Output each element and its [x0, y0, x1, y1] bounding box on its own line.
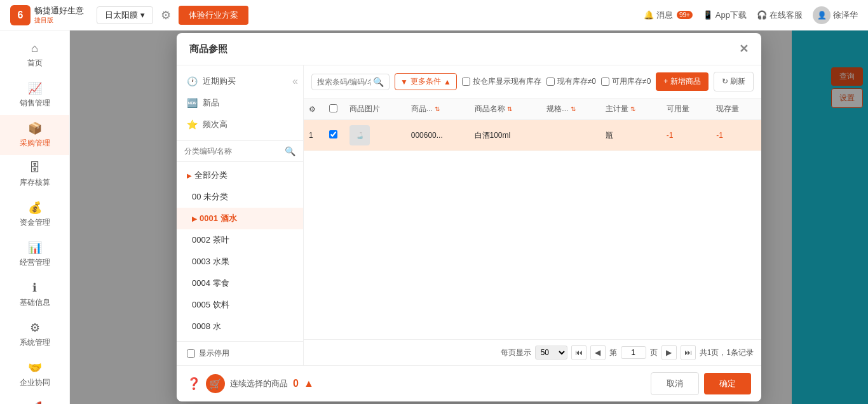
- row-num: 1: [304, 120, 324, 151]
- cat-item-water[interactable]: 0008 水: [177, 316, 303, 337]
- per-page-select[interactable]: 50 100 200: [535, 346, 567, 360]
- nav-dropdown[interactable]: 日太阳膜 ▾: [97, 6, 153, 24]
- inventory-icon: 🗄: [29, 161, 41, 175]
- sidebar-label-basic-info: 基础信息: [20, 297, 50, 308]
- left-tab-recent[interactable]: 🕐 近期购买 «: [177, 71, 303, 92]
- table-row[interactable]: 1 🍶 000600... 白酒100ml 瓶: [304, 120, 761, 151]
- sidebar-label-home: 首页: [27, 58, 43, 69]
- search-input[interactable]: [317, 77, 370, 86]
- cart-collapse-icon[interactable]: ▲: [304, 378, 314, 389]
- col-code[interactable]: 商品... ⇅: [406, 98, 470, 120]
- online-support-btn[interactable]: 🎧 在线客服: [757, 10, 803, 21]
- avatar: 👤: [813, 6, 831, 24]
- gear-icon[interactable]: ⚙: [161, 8, 171, 22]
- warehouse-checkbox[interactable]: [462, 77, 470, 86]
- cat-search-input[interactable]: [184, 147, 281, 156]
- cat-item-snack[interactable]: 0004 零食: [177, 273, 303, 294]
- cat-item-all[interactable]: ▶ 全部分类: [177, 165, 303, 186]
- cart-label: 连续选择的商品: [230, 378, 288, 389]
- cat-label-all: 全部分类: [194, 170, 227, 181]
- sidebar-item-inventory[interactable]: 🗄 库存核算: [0, 155, 69, 194]
- app-download-btn[interactable]: 📱 App下载: [703, 10, 747, 21]
- add-product-btn[interactable]: + 新增商品: [656, 72, 708, 91]
- sidebar-label-finance: 资金管理: [20, 217, 50, 228]
- col-available: 可用量: [661, 98, 712, 120]
- col-check: [324, 98, 344, 120]
- sidebar-item-finance[interactable]: 💰 资金管理: [0, 194, 69, 234]
- page-input[interactable]: [621, 346, 646, 359]
- collapse-icon[interactable]: «: [292, 76, 298, 87]
- pagination: 每页显示 50 100 200 ⏮ ◀ 第 页 ▶: [304, 339, 761, 365]
- cancel-btn[interactable]: 取消: [651, 372, 699, 395]
- content-area: 商品参照 ✕ 🕐 近期购买 « �: [70, 30, 868, 404]
- close-btn[interactable]: ✕: [739, 42, 749, 56]
- finance-icon: 💰: [28, 201, 42, 215]
- cat-search-icon[interactable]: 🔍: [285, 146, 295, 156]
- available-label: 可用库存≠0: [612, 76, 651, 87]
- per-page-label: 每页显示: [501, 347, 531, 358]
- row-checkbox[interactable]: [329, 130, 337, 138]
- search-icon[interactable]: 🔍: [373, 77, 384, 87]
- available-checkbox[interactable]: [601, 77, 609, 86]
- next-page-btn[interactable]: ▶: [661, 345, 677, 360]
- last-page-btn[interactable]: ⏭: [681, 345, 696, 360]
- logo-icon: 6: [10, 5, 31, 25]
- col-name[interactable]: 商品名称 ⇅: [470, 98, 542, 120]
- left-tab-frequent[interactable]: ⭐ 频次高: [177, 114, 303, 135]
- dialog-body: 🕐 近期购买 « 🆕 新品 ⭐ 频次高: [177, 65, 761, 365]
- cat-label-unclassified: 00 未分类: [192, 191, 228, 203]
- user-menu[interactable]: 👤 徐泽华: [813, 6, 858, 24]
- purchase-icon: 📦: [28, 121, 42, 135]
- checkbox-stock: 现有库存≠0: [546, 76, 596, 87]
- cat-item-beverage[interactable]: 0005 饮料: [177, 294, 303, 316]
- sidebar-item-basic-info[interactable]: ℹ 基础信息: [0, 274, 69, 314]
- row-available: -1: [661, 120, 712, 151]
- sidebar-item-purchase[interactable]: 📦 采购管理: [0, 115, 69, 155]
- sidebar-item-enterprise[interactable]: 🤝 企业协同: [0, 354, 69, 394]
- sidebar-item-sales[interactable]: 📈 销售管理: [0, 75, 69, 115]
- filter-btn[interactable]: ▼ 更多条件 ▲: [395, 73, 457, 90]
- dialog-header: 商品参照 ✕: [177, 33, 761, 65]
- confirm-btn[interactable]: 确定: [704, 373, 751, 394]
- main-layout: ⌂ 首页 📈 销售管理 📦 采购管理 🗄 库存核算 💰 资金管理 📊 经营管理 …: [0, 30, 868, 404]
- dialog-title: 商品参照: [189, 43, 227, 55]
- prev-page-btn[interactable]: ◀: [590, 345, 606, 360]
- cat-item-tea[interactable]: 0002 茶叶: [177, 229, 303, 251]
- refresh-btn[interactable]: ↻ 刷新: [714, 72, 754, 91]
- cat-item-unclassified[interactable]: 00 未分类: [177, 186, 303, 208]
- sidebar-item-system[interactable]: ⚙ 系统管理: [0, 314, 69, 354]
- sales-icon: 📈: [28, 81, 42, 95]
- sort-icon-name: ⇅: [507, 105, 512, 112]
- cat-label-water: 0008 水: [192, 321, 221, 332]
- experience-btn[interactable]: 体验行业方案: [179, 6, 248, 25]
- left-tab-new[interactable]: 🆕 新品: [177, 92, 303, 114]
- page-word2: 页: [650, 347, 658, 358]
- select-all-checkbox[interactable]: [329, 104, 337, 112]
- col-unit[interactable]: 主计量 ⇅: [600, 98, 661, 120]
- first-page-btn[interactable]: ⏮: [571, 345, 587, 360]
- category-list: ▶ 全部分类 00 未分类 ▶ 0001 酒水 0002 茶: [177, 162, 303, 341]
- col-spec[interactable]: 规格... ⇅: [541, 98, 600, 120]
- warehouse-label: 按仓库显示现有库存: [473, 76, 541, 87]
- sidebar-label-inventory: 库存核算: [20, 177, 50, 188]
- stock-checkbox[interactable]: [546, 77, 555, 86]
- cat-item-fruit[interactable]: 0003 水果: [177, 251, 303, 273]
- cat-item-liquor[interactable]: ▶ 0001 酒水: [177, 208, 303, 229]
- nav-right: 🔔 消息 99+ 📱 App下载 🎧 在线客服 👤 徐泽华: [644, 6, 858, 24]
- show-disabled-checkbox[interactable]: [187, 349, 195, 358]
- cart-icon[interactable]: 🛒: [206, 374, 225, 393]
- col-stock: 现存量: [711, 98, 761, 120]
- row-stock: -1: [711, 120, 761, 151]
- sidebar-item-operations[interactable]: 📊 经营管理: [0, 234, 69, 274]
- cart-count: 0: [293, 378, 299, 389]
- cat-label-beverage: 0005 饮料: [192, 299, 229, 311]
- notification-btn[interactable]: 🔔 消息 99+: [644, 10, 693, 21]
- sidebar-item-home[interactable]: ⌂ 首页: [0, 36, 69, 75]
- info-icon: ℹ: [32, 281, 37, 295]
- sidebar-label-enterprise: 企业协同: [20, 377, 50, 388]
- sidebar-item-guide[interactable]: 🚀 新手引导: [0, 394, 69, 404]
- sort-icon-unit: ⇅: [630, 105, 635, 112]
- help-icon[interactable]: ❓: [187, 377, 201, 391]
- filter-icon: ▼: [400, 77, 408, 86]
- row-code: 000600...: [406, 120, 470, 151]
